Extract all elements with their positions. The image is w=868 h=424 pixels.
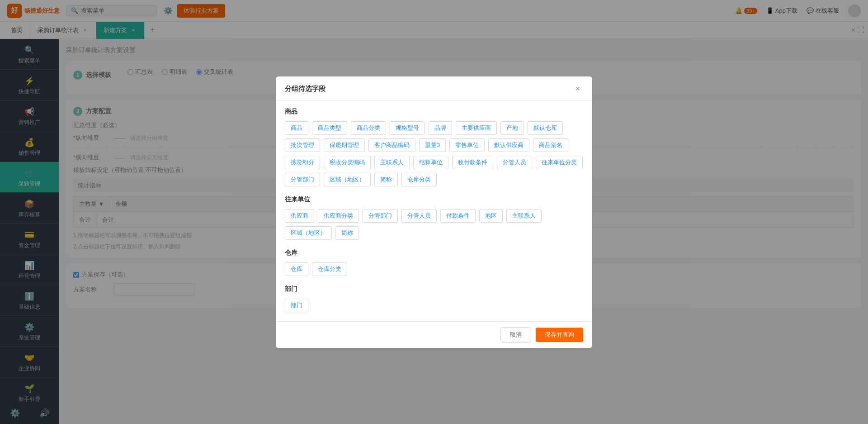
field-tag[interactable]: 供应商 — [285, 209, 314, 223]
field-tag[interactable]: 区域（地区） — [324, 173, 371, 186]
field-tag[interactable]: 仓库分类 — [312, 262, 347, 276]
field-tag[interactable]: 默认仓库 — [528, 121, 563, 135]
modal-overlay: 分组待选字段 × 商品 商品 商品类型 商品分类 规格型号 品牌 主要供应商 产… — [0, 0, 868, 424]
field-tag[interactable]: 分管部门 — [285, 173, 320, 186]
field-tag[interactable]: 简称 — [335, 226, 359, 240]
field-tag[interactable]: 主联系人 — [506, 209, 542, 223]
field-tag[interactable]: 地区 — [479, 209, 503, 223]
field-tag[interactable]: 拣货积分 — [285, 156, 320, 169]
field-tag[interactable]: 仓库分类 — [401, 173, 437, 186]
field-tag[interactable]: 往来单位分类 — [536, 156, 583, 169]
field-tag[interactable]: 商品类型 — [312, 121, 347, 135]
section-partner-fields: 供应商 供应商分类 分管部门 分管人员 付款条件 地区 主联系人 区域（地区） … — [285, 209, 583, 240]
section-product-title: 商品 — [285, 108, 583, 116]
field-tag[interactable]: 简称 — [374, 173, 398, 186]
field-tag[interactable]: 收付款条件 — [452, 156, 493, 169]
section-product-fields: 商品 商品类型 商品分类 规格型号 品牌 主要供应商 产地 默认仓库 批次管理 … — [285, 121, 583, 186]
field-tag[interactable]: 批次管理 — [285, 138, 320, 152]
cancel-button[interactable]: 取消 — [500, 327, 531, 343]
field-tag[interactable]: 分管部门 — [363, 209, 398, 223]
modal-close-btn[interactable]: × — [572, 84, 583, 95]
section-warehouse: 仓库 仓库 仓库分类 — [285, 249, 583, 276]
field-tag[interactable]: 商品分类 — [351, 121, 386, 135]
field-tag[interactable]: 仓库 — [285, 262, 308, 276]
field-tag[interactable]: 规格型号 — [390, 121, 425, 135]
field-tag[interactable]: 商品 — [285, 121, 308, 135]
field-tag[interactable]: 供应商分类 — [318, 209, 359, 223]
modal-body[interactable]: 商品 商品 商品类型 商品分类 规格型号 品牌 主要供应商 产地 默认仓库 批次… — [276, 100, 592, 321]
field-tag[interactable]: 保质期管理 — [324, 138, 365, 152]
section-partner: 往来单位 供应商 供应商分类 分管部门 分管人员 付款条件 地区 主联系人 区域… — [285, 195, 583, 240]
modal-title: 分组待选字段 — [285, 85, 326, 93]
field-tag[interactable]: 商品别名 — [533, 138, 568, 152]
save-query-button[interactable]: 保存并查询 — [536, 328, 583, 342]
section-department-fields: 部门 — [285, 299, 583, 312]
modal-dialog: 分组待选字段 × 商品 商品 商品类型 商品分类 规格型号 品牌 主要供应商 产… — [276, 76, 592, 348]
field-tag[interactable]: 区域（地区） — [285, 226, 332, 240]
modal-header: 分组待选字段 × — [276, 76, 592, 100]
field-tag[interactable]: 品牌 — [429, 121, 452, 135]
section-warehouse-title: 仓库 — [285, 249, 583, 257]
field-tag[interactable]: 客户商品编码 — [368, 138, 415, 152]
section-product: 商品 商品 商品类型 商品分类 规格型号 品牌 主要供应商 产地 默认仓库 批次… — [285, 108, 583, 186]
section-department: 部门 部门 — [285, 285, 583, 312]
section-partner-title: 往来单位 — [285, 195, 583, 204]
field-tag[interactable]: 税收分类编码 — [324, 156, 371, 169]
field-tag[interactable]: 付款条件 — [440, 209, 476, 223]
field-tag[interactable]: 主要供应商 — [456, 121, 497, 135]
field-tag[interactable]: 分管人员 — [497, 156, 532, 169]
field-tag[interactable]: 主联系人 — [374, 156, 410, 169]
field-tag[interactable]: 重量3 — [419, 138, 446, 152]
field-tag[interactable]: 分管人员 — [401, 209, 437, 223]
field-tag[interactable]: 部门 — [285, 299, 308, 312]
section-warehouse-fields: 仓库 仓库分类 — [285, 262, 583, 276]
section-department-title: 部门 — [285, 285, 583, 293]
modal-footer: 取消 保存并查询 — [276, 321, 592, 348]
field-tag[interactable]: 零售单位 — [449, 138, 485, 152]
field-tag[interactable]: 默认供应商 — [488, 138, 529, 152]
field-tag[interactable]: 结算单位 — [413, 156, 448, 169]
field-tag[interactable]: 产地 — [500, 121, 524, 135]
